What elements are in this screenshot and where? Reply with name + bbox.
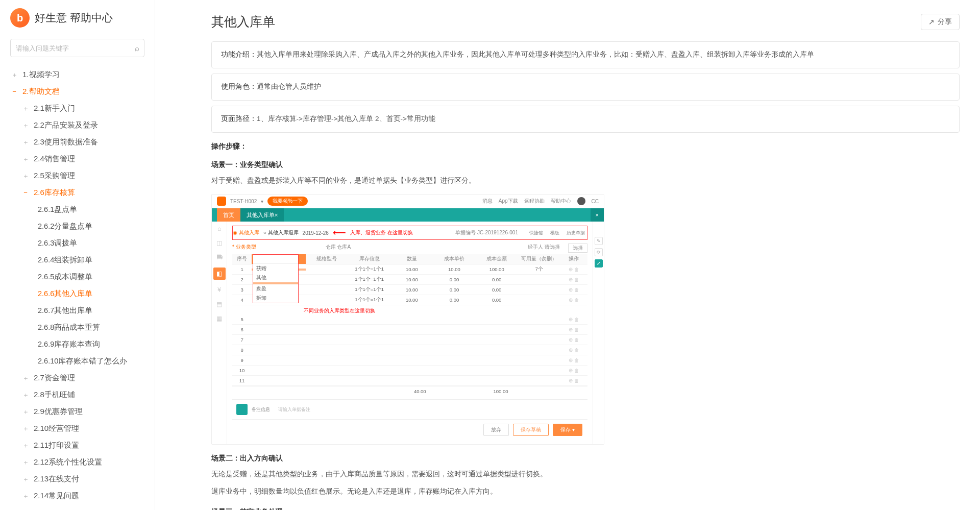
plus-icon: ＋ xyxy=(21,391,30,399)
share-button[interactable]: ↗分享 xyxy=(921,14,960,30)
nav-2-6-1[interactable]: 2.6.1盘点单 xyxy=(10,201,144,218)
ss-toolbar: 快捷键 模板 历史单据 xyxy=(527,229,587,237)
nav-tree: ＋1.视频学习 −2.帮助文档 ＋2.1新手入门 ＋2.2产品安装及登录 ＋2.… xyxy=(10,66,144,504)
tool-icon: ⟳ xyxy=(595,248,603,256)
minus-icon: − xyxy=(10,88,18,96)
nav-2-14[interactable]: ＋2.14常见问题 xyxy=(10,488,144,504)
scene2-title: 场景二：出入方向确认 xyxy=(211,454,960,463)
home-icon: ⌂ xyxy=(215,225,224,233)
table-row: 5 ⊕ 🗑 xyxy=(232,314,587,325)
ss-date: 2019-12-26 xyxy=(303,230,329,236)
sidebar: b 好生意 帮助中心 ⌕ ＋1.视频学习 −2.帮助文档 ＋2.1新手入门 ＋2… xyxy=(0,0,155,510)
intro-label: 功能介绍： xyxy=(221,51,257,58)
tool-hotkey: 快捷键 xyxy=(527,229,545,237)
nav-2-9[interactable]: ＋2.9优惠券管理 xyxy=(10,403,144,420)
ss-cancel-btn: 放弃 xyxy=(483,424,509,436)
ss-chip: 我要领%一下 xyxy=(267,197,308,206)
intro-box: 功能介绍：其他入库单用来处理除采购入库、产成品入库之外的其他入库业务，因此其他入… xyxy=(211,41,960,68)
ss-right-rail: ✎ ⟳ ⤢ xyxy=(593,222,604,444)
nav-2-5[interactable]: ＋2.5采购管理 xyxy=(10,167,144,184)
nav-2-12[interactable]: ＋2.12系统个性化设置 xyxy=(10,454,144,471)
ss-head-row: ◉ 其他入库 ○ 其他入库退库 2019-12-26 ⟵ 入库、退货业务 在这里… xyxy=(232,226,587,240)
ss-test-label: TEST-H002 xyxy=(230,199,257,204)
steps-heading: 操作步骤： xyxy=(211,142,960,151)
ss-sum-row: 40.00 100.00 xyxy=(232,386,587,396)
scene1-title: 场景一：业务类型确认 xyxy=(211,160,960,169)
close-icon: × xyxy=(275,212,278,218)
ss-note-row: 备注信息 请输入单据备注 xyxy=(232,399,587,419)
ss-left-rail: ⌂ ◫ ⛟ ◧ ¥ ▤ ▦ xyxy=(212,222,227,444)
ss-tabs-close: × xyxy=(591,208,604,222)
scene3-title: 场景三：其它业务处理 xyxy=(211,507,960,510)
cart-icon: ⛟ xyxy=(215,253,224,261)
top-row: 其他入库单 ↗分享 xyxy=(211,13,960,30)
ss-filter-row: * 业务类型 仓库 仓库A 经手人 请选择 选择 xyxy=(232,242,587,254)
ss-tab-home: 首页 xyxy=(217,208,240,222)
nav-2-6-8[interactable]: 2.6.8商品成本重算 xyxy=(10,319,144,336)
ss-footer: 放弃 保存草稿 保存 ▾ xyxy=(232,419,587,440)
nav-2-8[interactable]: ＋2.8手机旺铺 xyxy=(10,386,144,403)
nav-2-6-5[interactable]: 2.6.5成本调整单 xyxy=(10,269,144,285)
nav-2-4[interactable]: ＋2.4销售管理 xyxy=(10,151,144,167)
role-box: 使用角色：通常由仓管人员维护 xyxy=(211,74,960,101)
ss-bill-no: 单据编号 JC-20191226-001 xyxy=(455,229,518,236)
table-row: 9 ⊕ 🗑 xyxy=(232,355,587,366)
arrow-left-icon: ⟵ xyxy=(333,228,346,237)
ss-topright: 消息 App下载 远程协助 帮助中心 CC xyxy=(482,197,599,205)
nav-2-2[interactable]: ＋2.2产品安装及登录 xyxy=(10,117,144,134)
nav-2-6-7[interactable]: 2.6.7其他出库单 xyxy=(10,302,144,319)
share-icon: ↗ xyxy=(928,18,935,26)
search-input[interactable] xyxy=(10,39,144,57)
nav-2-13[interactable]: ＋2.13在线支付 xyxy=(10,471,144,488)
plus-icon: ＋ xyxy=(21,105,30,113)
plus-icon: ＋ xyxy=(21,138,30,147)
nav-docs[interactable]: −2.帮助文档 xyxy=(10,83,144,100)
ss-logo-icon xyxy=(217,197,226,206)
ss-link-app: App下载 xyxy=(499,198,518,205)
ss-annotation1: 入库、退货业务 在这里切换 xyxy=(350,229,413,236)
nav-2-6[interactable]: −2.6库存核算 xyxy=(10,184,144,201)
nav-2-6-3[interactable]: 2.6.3调拨单 xyxy=(10,235,144,252)
plus-icon: ＋ xyxy=(21,172,30,180)
site-title: 好生意 帮助中心 xyxy=(35,11,113,25)
grid-icon: ▦ xyxy=(215,314,224,323)
plus-icon: ＋ xyxy=(21,374,30,382)
scene2-p2: 退库业务中，明细数量均以负值红色展示。无论是入库还是退库，库存账均记在入库方向。 xyxy=(211,485,960,498)
table-row: 6 ⊕ 🗑 xyxy=(232,325,587,335)
nav-2-6-4[interactable]: 2.6.4组装拆卸单 xyxy=(10,252,144,269)
nav-2-6-9[interactable]: 2.6.9库存账本查询 xyxy=(10,336,144,353)
ss-draft-btn: 保存草稿 xyxy=(513,424,549,436)
nav-2-7[interactable]: ＋2.7资金管理 xyxy=(10,370,144,386)
nav-2-6-6[interactable]: 2.6.6其他入库单 xyxy=(10,285,144,302)
box-icon: ◫ xyxy=(215,239,224,247)
plus-icon: ＋ xyxy=(21,492,30,500)
plus-icon: ＋ xyxy=(21,442,30,450)
note-icon xyxy=(236,404,248,415)
main-content: 其他入库单 ↗分享 功能介绍：其他入库单用来处理除采购入库、产成品入库之外的其他… xyxy=(155,0,980,510)
ss-user: CC xyxy=(592,199,599,204)
tool-template: 模板 xyxy=(548,229,561,237)
nav-video[interactable]: ＋1.视频学习 xyxy=(10,66,144,83)
nav-2-1[interactable]: ＋2.1新手入门 xyxy=(10,100,144,117)
embedded-screenshot: TEST-H002 ▾ 我要领%一下 消息 App下载 远程协助 帮助中心 CC… xyxy=(211,194,604,445)
nav-2-6-2[interactable]: 2.6.2分量盘点单 xyxy=(10,218,144,235)
table-row: 10 ⊕ 🗑 xyxy=(232,366,587,376)
ss-topbar: TEST-H002 ▾ 我要领%一下 消息 App下载 远程协助 帮助中心 CC xyxy=(212,195,604,208)
plus-icon: ＋ xyxy=(21,408,30,416)
tool-history: 历史单据 xyxy=(565,229,587,237)
logo-icon: b xyxy=(10,8,30,28)
ss-link-msg: 消息 xyxy=(482,198,493,205)
nav-2-3[interactable]: ＋2.3使用前数据准备 xyxy=(10,134,144,151)
plus-icon: ＋ xyxy=(21,425,30,433)
radio-in: ◉ 其他入库 xyxy=(233,229,259,236)
ss-content: ◉ 其他入库 ○ 其他入库退库 2019-12-26 ⟵ 入库、退货业务 在这里… xyxy=(227,222,593,444)
plus-icon: ＋ xyxy=(21,458,30,467)
stock-icon: ◧ xyxy=(213,268,226,280)
search-icon[interactable]: ⌕ xyxy=(135,44,139,53)
nav-2-6-10[interactable]: 2.6.10库存账本错了怎么办 xyxy=(10,353,144,370)
ss-tab-active: 其他入库单 × xyxy=(240,208,284,222)
ss-type-dropdown: 获赠 其他 盘盈 拆卸 xyxy=(253,254,299,303)
chooser-btn: 选择 xyxy=(568,244,587,253)
nav-2-11[interactable]: ＋2.11打印设置 xyxy=(10,437,144,454)
nav-2-10[interactable]: ＋2.10经营管理 xyxy=(10,420,144,437)
